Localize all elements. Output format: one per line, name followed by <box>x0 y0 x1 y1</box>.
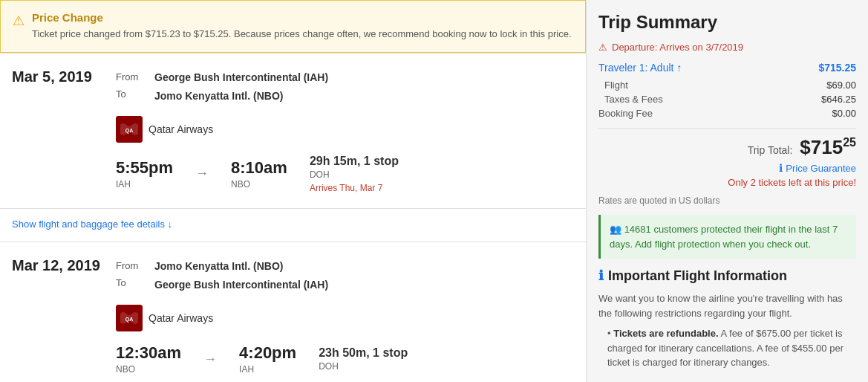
flight-segment-1: Mar 5, 2019 From To George Bush Intercon… <box>0 54 586 209</box>
duration-2: 23h 50m, 1 stop <box>319 346 408 360</box>
taxes-fee-label: Taxes & Fees <box>604 94 663 105</box>
airline-logo-1: QA <box>116 116 143 143</box>
stop-code-2: DOH <box>319 361 408 372</box>
price-guarantee-icon: ℹ <box>779 162 783 174</box>
from-airport-2: Jomo Kenyatta Intl. (NBO) <box>154 257 328 276</box>
arrive-code-1: NBO <box>231 179 287 190</box>
info-icon: ℹ <box>598 268 604 284</box>
airline-name-1: Qatar Airways <box>149 123 213 135</box>
sidebar-title: Trip Summary <box>598 12 856 33</box>
duration-1: 29h 15m, 1 stop <box>310 155 399 168</box>
banner-text: Ticket price changed from $715.23 to $71… <box>32 27 572 42</box>
to-airport-2: George Bush Intercontinental (IAH) <box>154 276 328 294</box>
traveler-row: Traveler 1: Adult ↑ $715.25 <box>598 62 856 74</box>
svg-text:QA: QA <box>125 317 134 323</box>
from-label-1: From <box>116 68 146 85</box>
from-to-labels-2: From To <box>116 257 146 292</box>
important-subtitle: We want you to know the airline you're t… <box>598 291 856 320</box>
protection-box: 👥 14681 customers protected their flight… <box>598 215 856 259</box>
trip-total-cents: 25 <box>843 136 856 149</box>
bullet-point: Tickets are refundable. A fee of $675.00… <box>598 326 856 370</box>
trip-total-row: Trip Total: $71525 <box>598 136 856 159</box>
protection-text: 14681 customers protected their flight i… <box>610 224 838 250</box>
arrive-time-1: 8:10am <box>231 158 287 178</box>
trip-total-dollars: $715 <box>800 136 843 158</box>
protection-icon: 👥 <box>610 224 624 235</box>
arrow-icon-2: → <box>203 352 217 367</box>
from-airport-1: George Bush Intercontinental (IAH) <box>154 68 328 87</box>
depart-code-2: NBO <box>116 364 181 375</box>
flight-fee-label: Flight <box>604 80 628 91</box>
airline-row-2: QA Qatar Airways <box>116 305 574 331</box>
airline-name-2: Qatar Airways <box>149 312 213 324</box>
duration-block-2: 23h 50m, 1 stop DOH <box>319 346 408 372</box>
depart-time-1: 5:55pm <box>116 158 173 178</box>
from-label-2: From <box>116 257 146 274</box>
to-label-1: To <box>116 85 146 103</box>
show-details-section[interactable]: Show flight and baggage fee details ↓ <box>0 209 586 242</box>
booking-fee-label: Booking Fee <box>598 108 653 119</box>
flight-times-1: 5:55pm IAH → 8:10am NBO 29h 15m, 1 stop … <box>116 155 574 193</box>
flight-header-1: Mar 5, 2019 From To George Bush Intercon… <box>12 68 574 106</box>
traveler-label: Traveler 1: Adult ↑ <box>598 62 682 74</box>
trip-total-price: $71525 <box>800 136 856 159</box>
airline-row-1: QA Qatar Airways <box>116 116 574 143</box>
flight-segment-2: Mar 12, 2019 From To Jomo Kenyatta Intl.… <box>0 242 586 382</box>
from-to-labels-1: From To <box>116 68 146 103</box>
booking-fee-row: Booking Fee $0.00 <box>598 108 856 119</box>
flight-fee-value: $69.00 <box>826 80 856 91</box>
depart-block-2: 12:30am NBO <box>116 343 181 375</box>
bullet-bold: Tickets are refundable. <box>613 328 718 339</box>
departure-text: Departure: Arrives on 3/7/2019 <box>612 42 743 53</box>
trip-summary-sidebar: Trip Summary ⚠ Departure: Arrives on 3/7… <box>586 0 868 382</box>
show-details-link[interactable]: Show flight and baggage fee details ↓ <box>12 218 172 230</box>
departure-info: ⚠ Departure: Arrives on 3/7/2019 <box>598 42 856 53</box>
arrive-block-2: 4:20pm IAH <box>239 343 296 375</box>
rates-note: Rates are quoted in US dollars <box>598 195 856 206</box>
flight-header-2: Mar 12, 2019 From To Jomo Kenyatta Intl.… <box>12 257 574 294</box>
banner-title: Price Change <box>32 11 572 24</box>
flight-times-2: 12:30am NBO → 4:20pm IAH 23h 50m, 1 stop… <box>116 343 574 375</box>
arrive-code-2: IAH <box>239 364 296 375</box>
arrive-block-1: 8:10am NBO <box>231 158 287 190</box>
arrives-note-1: Arrives Thu, Mar 7 <box>310 183 399 193</box>
traveler-price: $715.25 <box>818 62 856 74</box>
price-guarantee-row: ℹ Price Guarantee <box>598 162 856 174</box>
stop-code-1: DOH <box>310 169 399 180</box>
trip-total-label: Trip Total: <box>748 144 793 156</box>
to-label-2: To <box>116 274 146 291</box>
flight-date-1: Mar 5, 2019 <box>12 68 116 85</box>
arrow-icon-1: → <box>195 166 209 181</box>
booking-fee-value: $0.00 <box>832 108 856 119</box>
arrive-time-2: 4:20pm <box>239 343 296 363</box>
flight-date-2: Mar 12, 2019 <box>12 257 116 274</box>
airline-logo-2: QA <box>116 305 143 331</box>
important-info-section: ℹ Important Flight Information We want y… <box>598 268 856 370</box>
departure-warning-icon: ⚠ <box>598 42 607 53</box>
flight-airports-1: George Bush Intercontinental (IAH) Jomo … <box>154 68 328 106</box>
flight-fee-row: Flight $69.00 <box>598 80 856 91</box>
depart-time-2: 12:30am <box>116 343 181 363</box>
depart-code-1: IAH <box>116 179 173 190</box>
depart-block-1: 5:55pm IAH <box>116 158 173 190</box>
warning-icon: ⚠ <box>13 13 25 29</box>
taxes-fee-value: $646.25 <box>821 94 856 105</box>
to-airport-1: Jomo Kenyatta Intl. (NBO) <box>154 87 328 106</box>
taxes-fee-row: Taxes & Fees $646.25 <box>598 94 856 105</box>
price-change-banner: ⚠ Price Change Ticket price changed from… <box>0 0 586 53</box>
tickets-left: Only 2 tickets left at this price! <box>598 177 856 188</box>
duration-block-1: 29h 15m, 1 stop DOH Arrives Thu, Mar 7 <box>310 155 399 193</box>
flight-airports-2: Jomo Kenyatta Intl. (NBO) George Bush In… <box>154 257 328 294</box>
important-title: ℹ Important Flight Information <box>598 268 856 284</box>
price-guarantee-label: Price Guarantee <box>786 163 856 174</box>
svg-text:QA: QA <box>125 128 134 134</box>
